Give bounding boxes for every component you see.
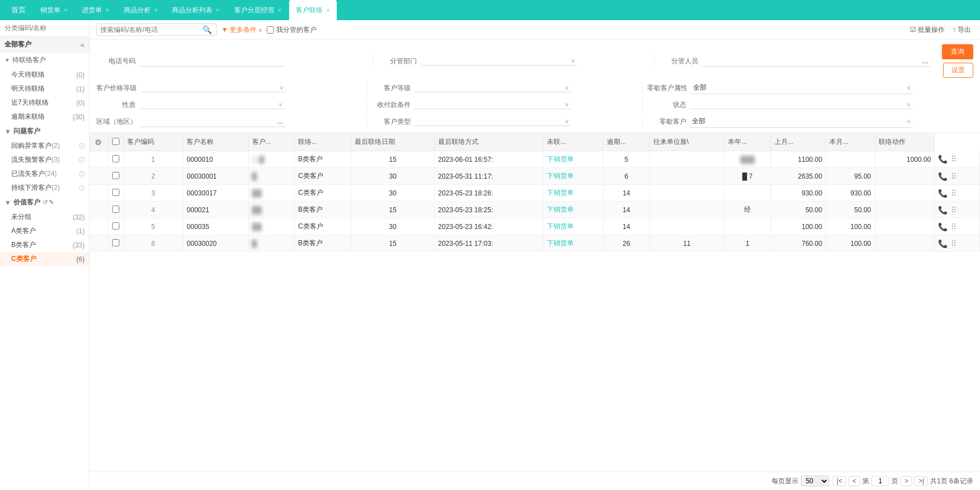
nav-analysis[interactable]: 商品分析 × [117, 0, 164, 20]
row-checkbox-cell[interactable] [108, 218, 123, 235]
close-sales-icon[interactable]: × [64, 7, 67, 13]
search-box[interactable]: 🔍 [96, 24, 217, 36]
row-checkbox[interactable] [112, 222, 119, 230]
row-last-method-cell[interactable]: 下销货单 [544, 218, 603, 235]
last-method-link[interactable]: 下销货单 [547, 222, 574, 230]
more-action-icon[interactable]: ⠿ [951, 172, 956, 181]
row-contact-action-cell[interactable]: 📞 ⠿ [935, 202, 980, 218]
close-customer-contact-icon[interactable]: × [326, 7, 329, 13]
sidebar-group-pending[interactable]: ▼ 待联络客户 [0, 53, 89, 68]
nav-customer-tier[interactable]: 客户分层经营 × [227, 0, 288, 20]
sidebar-search-box[interactable]: 🔍 [0, 20, 89, 36]
row-checkbox[interactable] [112, 239, 119, 246]
row-checkbox[interactable] [112, 206, 119, 213]
phone-action-icon[interactable]: 📞 [938, 239, 948, 248]
nav-sales[interactable]: 销货单 × [34, 0, 74, 20]
sidebar-item-unclassified[interactable]: 未分组(32) [0, 210, 89, 224]
nav-home[interactable]: 首页 [4, 0, 32, 20]
sidebar-item-churn-warning[interactable]: 流失预警客户(3) ⓘ [0, 153, 89, 167]
th-settings[interactable]: ⚙ [90, 133, 108, 151]
close-analysis-list-icon[interactable]: × [216, 7, 219, 13]
select-all-checkbox[interactable] [112, 138, 119, 145]
sidebar-item-class-b[interactable]: B类客户(33) [0, 238, 89, 252]
export-btn[interactable]: ↑ 导出 [950, 24, 973, 36]
dept-select[interactable]: ∨ [420, 57, 577, 66]
row-checkbox-cell[interactable] [108, 185, 123, 202]
last-method-link[interactable]: 下销货单 [547, 206, 574, 213]
close-customer-tier-icon[interactable]: × [278, 7, 281, 13]
sidebar-item-abnormal-repurchase[interactable]: 回购异常客户(2) ⓘ [0, 139, 89, 153]
settings-button[interactable]: 设置 [943, 63, 973, 78]
row-last-method-cell[interactable]: 下销货单 [544, 168, 603, 185]
phone-action-icon[interactable]: 📞 [938, 155, 948, 164]
row-checkbox-cell[interactable] [108, 168, 123, 185]
first-page-btn[interactable]: |< [833, 476, 846, 486]
more-action-icon[interactable]: ⠿ [951, 206, 956, 214]
phone-action-icon[interactable]: 📞 [938, 172, 948, 181]
sidebar-item-tomorrow-pending[interactable]: 明天待联络(1) [0, 82, 89, 96]
nav-purchase[interactable]: 进货单 × [75, 0, 115, 20]
customer-price-level-select[interactable]: ∨ [140, 83, 286, 92]
phone-action-icon[interactable]: 📞 [938, 189, 948, 198]
sidebar-item-class-c[interactable]: C类客户(6) [0, 252, 89, 266]
close-analysis-icon[interactable]: × [154, 7, 157, 13]
row-contact-action-cell[interactable]: 📞 ⠿ [935, 185, 980, 202]
sidebar-group-problem[interactable]: ▼ 问题客户 [0, 124, 89, 139]
more-action-icon[interactable]: ⠿ [951, 189, 956, 198]
row-checkbox[interactable] [112, 155, 119, 162]
more-action-icon[interactable]: ⠿ [951, 222, 956, 231]
row-last-method-cell[interactable]: 下销货单 [544, 202, 603, 218]
last-method-link[interactable]: 下销货单 [547, 155, 574, 163]
status-select[interactable]: ∨ [690, 100, 913, 109]
nav-analysis-list[interactable]: 商品分析列表 × [165, 0, 226, 20]
th-checkbox[interactable] [108, 133, 123, 151]
value-edit-icon[interactable]: ✎ [49, 199, 54, 206]
nature-select[interactable]: ∨ [139, 100, 285, 109]
prev-page-btn[interactable]: < [848, 476, 860, 486]
sidebar-item-declining[interactable]: 持续下滑客户(2) ⓘ [0, 181, 89, 195]
row-contact-action-cell[interactable]: 📞 ⠿ [935, 235, 980, 252]
row-checkbox-cell[interactable] [108, 202, 123, 218]
row-checkbox[interactable] [112, 172, 119, 179]
row-checkbox[interactable] [112, 189, 119, 196]
sidebar-all-customers[interactable]: 全部客户 « [0, 36, 89, 53]
row-last-method-cell[interactable]: 下销货单 [544, 151, 603, 168]
sidebar-group-value[interactable]: ▼ 价值客户 ↺ ✎ [0, 195, 89, 210]
batch-operation-btn[interactable]: ☑ 批量操作 [908, 24, 947, 36]
last-page-btn[interactable]: >| [914, 476, 928, 486]
row-last-method-cell[interactable]: 下销货单 [544, 185, 603, 202]
sidebar-item-class-a[interactable]: A类客户(1) [0, 224, 89, 238]
sidebar-item-overdue-pending[interactable]: 逾期未联络(30) [0, 110, 89, 124]
my-customers-checkbox-label[interactable]: 我分管的客户 [267, 25, 317, 35]
value-refresh-icon[interactable]: ↺ [43, 199, 48, 206]
customer-grade-select[interactable]: ∨ [414, 83, 571, 92]
more-conditions-btn[interactable]: ▼ 更多条件 ∧ [221, 25, 262, 35]
last-method-link[interactable]: 下销货单 [547, 189, 574, 197]
row-contact-action-cell[interactable]: 📞 ⠿ [935, 168, 980, 185]
sidebar-collapse-icon[interactable]: « [80, 40, 85, 49]
search-button-icon[interactable]: 🔍 [201, 25, 213, 34]
column-settings-icon[interactable]: ⚙ [95, 138, 102, 147]
payment-select[interactable]: ∨ [414, 100, 571, 109]
row-last-method-cell[interactable]: 下销货单 [544, 235, 603, 252]
nav-customer-contact[interactable]: 客户联络 × [289, 0, 336, 20]
phone-action-icon[interactable]: 📞 [938, 206, 948, 214]
retail-select[interactable]: 全部 ∨ [690, 115, 913, 128]
sidebar-item-churned[interactable]: 已流失客户(24) ⓘ [0, 167, 89, 181]
next-page-btn[interactable]: > [900, 476, 912, 486]
sidebar-search-input[interactable] [4, 24, 89, 32]
row-contact-action-cell[interactable]: 📞 ⠿ [935, 218, 980, 235]
phone-input[interactable] [139, 56, 285, 67]
row-checkbox-cell[interactable] [108, 151, 123, 168]
area-select[interactable]: … [140, 116, 286, 127]
row-checkbox-cell[interactable] [108, 235, 123, 252]
last-method-link[interactable]: 下销货单 [547, 172, 574, 180]
sidebar-item-7days-pending[interactable]: 近7天待联络(0) [0, 96, 89, 110]
customer-type-select[interactable]: ∨ [414, 117, 571, 126]
retail-attr-select[interactable]: 全部 ∨ [691, 82, 913, 94]
row-contact-action-cell[interactable]: 📞 ⠿ [935, 151, 980, 168]
manager-select[interactable]: … [702, 56, 931, 67]
more-action-icon[interactable]: ⠿ [951, 239, 956, 248]
search-input[interactable] [100, 26, 201, 34]
more-action-icon[interactable]: ⠿ [951, 155, 956, 164]
